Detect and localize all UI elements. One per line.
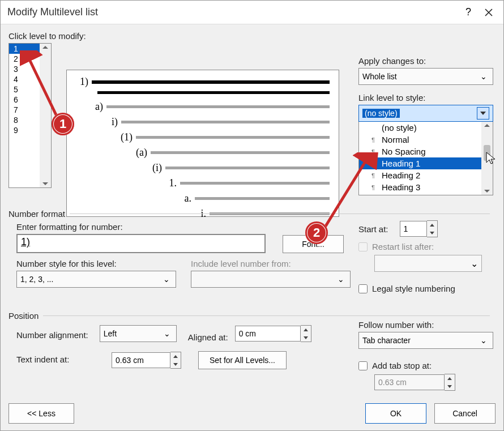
font-button[interactable]: Font...: [283, 235, 344, 253]
level-item-3[interactable]: 3: [9, 64, 40, 74]
style-option-heading2[interactable]: ¶Heading 2: [359, 169, 481, 181]
restart-checkbox: [358, 242, 368, 251]
preview-num-8: a.: [177, 193, 195, 204]
level-item-1[interactable]: 1: [9, 44, 40, 54]
scroll-up-icon[interactable]: [484, 124, 490, 127]
addtab-checkbox[interactable]: [358, 361, 368, 370]
preview-box: 1) a) i) (1) (a) (i) 1. a. i.: [66, 70, 339, 217]
number-style-select[interactable]: 1, 2, 3, ... ⌄: [16, 271, 176, 288]
legal-checkbox[interactable]: [358, 284, 368, 293]
number-alignment-label: Number alignment:: [16, 330, 88, 340]
titlebar: Modify Multilevel list ?: [1, 1, 503, 24]
style-option-heading3[interactable]: ¶Heading 3: [359, 181, 481, 193]
preview-num-2: a): [88, 101, 106, 113]
stepper-up-icon[interactable]: [301, 326, 311, 334]
dialog-title: Modify Multilevel list: [7, 6, 458, 18]
chevron-down-icon[interactable]: [477, 107, 489, 120]
level-item-8[interactable]: 8: [9, 115, 40, 125]
text-indent-input[interactable]: [112, 352, 170, 368]
start-at-stepper[interactable]: [400, 220, 438, 237]
restart-select: ⌄: [374, 255, 482, 272]
level-listbox[interactable]: 1 2 3 4 5 6 7 8 9: [8, 43, 52, 188]
number-alignment-select[interactable]: Left ⌄: [100, 325, 177, 342]
click-level-label: Click level to modify:: [8, 31, 496, 41]
dropdown-scrollbar[interactable]: [481, 122, 493, 195]
text-indent-stepper[interactable]: [112, 352, 181, 369]
scroll-up-icon[interactable]: [42, 46, 48, 49]
legal-checkbox-row[interactable]: Legal style numbering: [358, 284, 455, 293]
help-button[interactable]: ?: [458, 2, 479, 23]
number-format-section-title: Number format: [8, 209, 65, 219]
addtab-stepper: [374, 374, 455, 391]
include-level-label: Include level number from:: [191, 259, 351, 268]
chevron-down-icon: ⌄: [478, 336, 489, 345]
link-style-dropdown[interactable]: (no style) ¶Normal ¶No Spacing ¶Heading …: [358, 122, 493, 195]
stepper-down-icon[interactable]: [170, 360, 181, 368]
scroll-thumb[interactable]: [484, 145, 490, 161]
number-style-value: 1, 2, 3, ...: [20, 275, 53, 284]
legal-label: Legal style numbering: [372, 284, 455, 293]
enter-formatting-label: Enter formatting for number:: [16, 222, 266, 232]
follow-number-label: Follow number with:: [358, 320, 493, 330]
include-level-select[interactable]: ⌄: [191, 271, 351, 288]
style-option-normal[interactable]: ¶Normal: [359, 134, 481, 146]
level-items: 1 2 3 4 5 6 7 8 9: [9, 44, 40, 187]
text-indent-label: Text indent at:: [16, 355, 95, 364]
addtab-label: Add tab stop at:: [372, 361, 432, 370]
apply-changes-select[interactable]: Whole list ⌄: [358, 68, 493, 85]
preview-num-3: i): [103, 116, 121, 128]
scroll-down-icon[interactable]: [42, 182, 48, 185]
cancel-button[interactable]: Cancel: [434, 403, 496, 424]
ok-button[interactable]: OK: [365, 403, 426, 424]
level-item-4[interactable]: 4: [9, 74, 40, 84]
addtab-input: [374, 374, 445, 390]
aligned-at-stepper[interactable]: [235, 325, 311, 342]
link-style-label: Link level to style:: [358, 93, 493, 103]
level-item-7[interactable]: 7: [9, 105, 40, 115]
level-item-6[interactable]: 6: [9, 95, 40, 105]
level-scrollbar[interactable]: [40, 44, 51, 187]
style-option-nostyle[interactable]: (no style): [359, 122, 481, 134]
number-alignment-value: Left: [104, 329, 117, 338]
start-at-label: Start at:: [358, 224, 388, 234]
chevron-down-icon: ⌄: [335, 275, 347, 284]
link-style-combobox[interactable]: (no style) (no style) ¶Normal ¶No Spacin…: [358, 105, 493, 195]
modify-multilevel-dialog: Modify Multilevel list ? Click level to …: [0, 0, 504, 431]
less-button[interactable]: << Less: [8, 403, 74, 424]
set-all-levels-button[interactable]: Set for All Levels...: [198, 351, 287, 369]
addtab-checkbox-row[interactable]: Add tab stop at:: [358, 361, 455, 370]
level-item-2[interactable]: 2: [9, 54, 40, 64]
number-style-label: Number style for this level:: [16, 259, 176, 268]
preview-num-1: 1): [74, 76, 92, 88]
stepper-down-icon: [445, 382, 455, 390]
aligned-at-label: Aligned at:: [188, 332, 228, 342]
chevron-down-icon: ⌄: [478, 72, 489, 81]
enter-formatting-input[interactable]: 1): [16, 234, 266, 253]
chevron-down-icon: ⌄: [161, 275, 172, 284]
apply-changes-value: Whole list: [362, 72, 397, 81]
level-item-5[interactable]: 5: [9, 84, 40, 95]
style-option-nospacing[interactable]: ¶No Spacing: [359, 146, 481, 157]
level-item-9[interactable]: 9: [9, 125, 40, 135]
stepper-down-icon[interactable]: [427, 229, 437, 237]
stepper-down-icon[interactable]: [301, 334, 311, 342]
chevron-down-icon: ⌄: [471, 258, 478, 269]
close-button[interactable]: [479, 2, 499, 23]
preview-num-6: (i): [147, 162, 165, 174]
follow-number-value: Tab character: [362, 336, 411, 345]
stepper-up-icon[interactable]: [170, 352, 181, 360]
style-option-heading1[interactable]: ¶Heading 1: [359, 157, 481, 169]
preview-num-5: (a): [133, 147, 151, 159]
stepper-up-icon: [445, 374, 455, 382]
scroll-down-icon[interactable]: [484, 190, 490, 193]
apply-changes-label: Apply changes to:: [358, 56, 493, 66]
start-at-input[interactable]: [400, 221, 427, 237]
follow-number-select[interactable]: Tab character ⌄: [358, 332, 493, 349]
position-section-title: Position: [8, 311, 39, 321]
stepper-up-icon[interactable]: [427, 221, 437, 229]
chevron-down-icon: ⌄: [161, 329, 173, 338]
aligned-at-input[interactable]: [235, 326, 301, 342]
restart-label: Restart list after:: [372, 242, 434, 251]
restart-checkbox-row[interactable]: Restart list after:: [358, 242, 482, 251]
preview-num-4: (1): [118, 131, 136, 143]
